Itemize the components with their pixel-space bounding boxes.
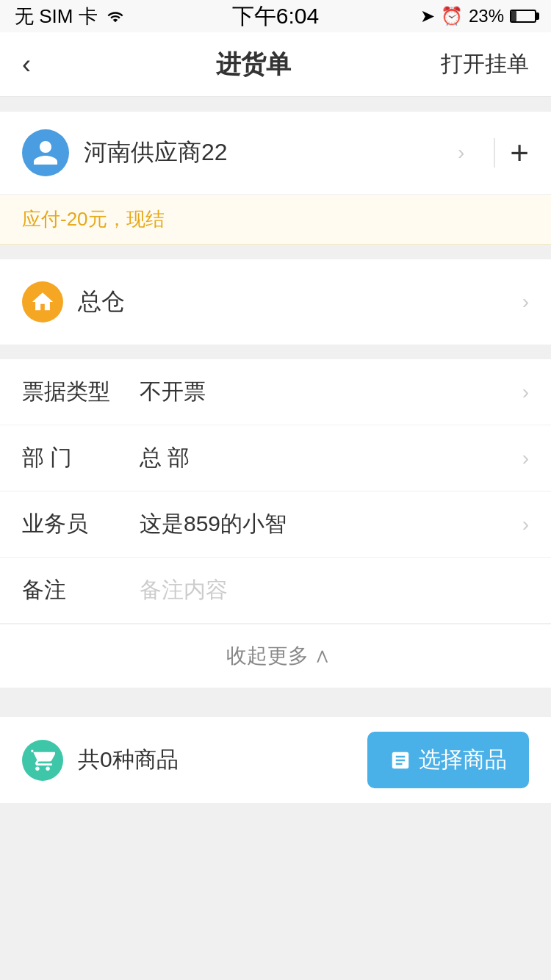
person-icon [31,138,60,167]
battery-icon [510,10,536,23]
product-count-text: 共0种商品 [78,745,367,775]
department-label: 部 门 [22,443,110,473]
section-divider-1 [0,97,551,112]
battery-text: 23% [469,6,504,26]
status-left: 无 SIM 卡 [15,4,126,29]
status-bar: 无 SIM 卡 下午6:04 ➤ ⏰ 23% [0,0,551,32]
salesperson-label: 业务员 [22,509,110,539]
supplier-name: 河南供应商22 [84,137,458,169]
page-title: 进货单 [216,48,291,82]
carrier-text: 无 SIM 卡 [15,4,98,29]
salesperson-chevron-icon: › [522,513,529,536]
supplier-chevron-icon: › [458,141,464,165]
location-icon: ➤ [420,6,435,26]
section-gap-1 [0,245,551,259]
warehouse-icon-circle [22,281,63,323]
status-time: 下午6:04 [232,1,319,32]
salesperson-row[interactable]: 业务员 这是859的小智 › [0,491,551,558]
remark-label: 备注 [22,575,110,605]
collapse-label: 收起更多 ∧ [226,642,331,670]
section-gap-2 [0,345,551,359]
select-product-button[interactable]: 选择商品 [367,732,529,788]
warehouse-row[interactable]: 总仓 › [0,259,551,345]
product-icon-circle [22,740,63,781]
department-value: 总 部 [110,443,522,473]
select-product-icon [389,749,411,771]
department-chevron-icon: › [522,447,529,470]
product-section: 共0种商品 选择商品 [0,717,551,803]
invoice-type-label: 票据类型 [22,377,110,407]
invoice-type-value: 不开票 [110,377,522,407]
form-section: 票据类型 不开票 › 部 门 总 部 › 业务员 这是859的小智 › 备注 备… [0,359,551,688]
remark-input[interactable]: 备注内容 [110,575,529,605]
invoice-type-chevron-icon: › [522,381,529,404]
wifi-icon [105,5,126,28]
supplier-row[interactable]: 河南供应商22 › + [0,112,551,195]
add-supplier-button[interactable]: + [510,134,529,171]
department-row[interactable]: 部 门 总 部 › [0,425,551,491]
section-gap-3 [0,688,551,702]
supplier-divider [494,138,495,167]
open-pending-button[interactable]: 打开挂单 [441,49,529,79]
remark-row[interactable]: 备注 备注内容 [0,558,551,624]
warehouse-name: 总仓 [78,286,522,318]
select-product-label: 选择商品 [419,745,507,775]
cart-icon [30,748,55,773]
invoice-type-row[interactable]: 票据类型 不开票 › [0,359,551,425]
back-button[interactable]: ‹ [22,49,66,80]
supplier-avatar [22,129,69,176]
notice-text: 应付-20元，现结 [22,208,165,230]
status-right: ➤ ⏰ 23% [420,6,536,26]
warehouse-section: 总仓 › [0,259,551,345]
gray-fill-area [0,803,551,980]
warehouse-icon [30,289,55,314]
salesperson-value: 这是859的小智 [110,509,522,539]
supplier-section: 河南供应商22 › + 应付-20元，现结 [0,112,551,245]
nav-bar: ‹ 进货单 打开挂单 [0,32,551,97]
warehouse-chevron-icon: › [522,290,529,314]
collapse-button[interactable]: 收起更多 ∧ [0,624,551,688]
alarm-icon: ⏰ [441,6,463,26]
notice-banner: 应付-20元，现结 [0,195,551,245]
